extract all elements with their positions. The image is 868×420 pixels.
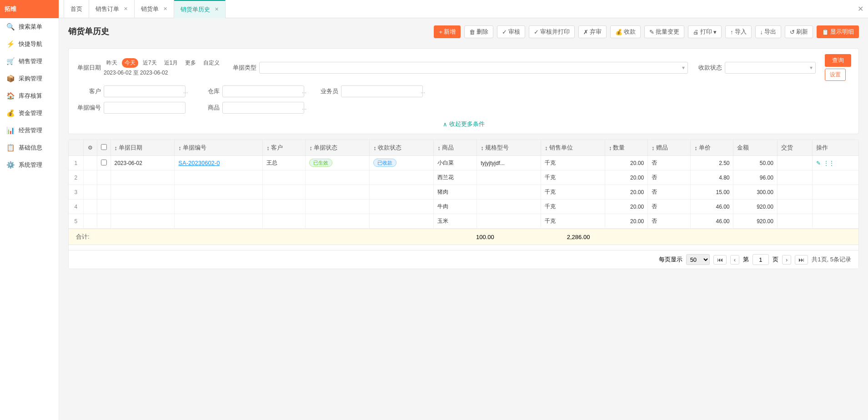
row-checkbox-cell[interactable] bbox=[97, 214, 110, 229]
review-print-button[interactable]: ✓ 审核并打印 bbox=[529, 25, 575, 38]
collect-button[interactable]: 💰 收款 bbox=[610, 25, 641, 38]
query-button[interactable]: 查询 bbox=[825, 54, 851, 67]
col-gear[interactable]: ⚙ bbox=[83, 140, 97, 156]
gift-cell: 否 bbox=[648, 185, 691, 200]
sidebar-item-quick-nav[interactable]: ⚡ 快捷导航 bbox=[0, 35, 59, 53]
col-unit[interactable]: ↕销售单位 bbox=[541, 140, 605, 156]
current-page-input[interactable] bbox=[753, 254, 769, 265]
select-all-checkbox[interactable] bbox=[101, 144, 107, 150]
unit-cell: 千克 bbox=[541, 156, 605, 170]
date-btn-yesterday[interactable]: 昨天 bbox=[104, 58, 120, 68]
query-settings-group: 查询 设置 bbox=[825, 54, 851, 81]
print-icon: 🖨 bbox=[693, 29, 699, 35]
sidebar-item-sales-mgmt[interactable]: 🛒 销售管理 bbox=[0, 53, 59, 70]
warehouse-ellipsis[interactable]: ... bbox=[302, 88, 306, 95]
sidebar-item-search-menu[interactable]: 🔍 搜索菜单 bbox=[0, 18, 59, 35]
sidebar-item-basic-info[interactable]: 📋 基础信息 bbox=[0, 139, 59, 156]
last-page-button[interactable]: ⏭ bbox=[795, 255, 808, 265]
goods-ellipsis[interactable]: ... bbox=[302, 105, 306, 111]
customer-cell bbox=[263, 214, 306, 229]
new-button[interactable]: + 新增 bbox=[434, 25, 461, 38]
col-doc-status[interactable]: ↕单据状态 bbox=[306, 140, 370, 156]
customer-input[interactable] bbox=[107, 88, 183, 95]
page-size-select[interactable]: 50 100 200 bbox=[686, 254, 710, 265]
horizontal-scrollbar[interactable] bbox=[69, 245, 858, 250]
date-btn-1month[interactable]: 近1月 bbox=[161, 58, 181, 68]
tab-bar-close-all[interactable]: ✕ bbox=[858, 5, 863, 13]
date-btn-custom[interactable]: 自定义 bbox=[201, 58, 222, 68]
col-payment-status[interactable]: ↕收款状态 bbox=[370, 140, 434, 156]
col-qty[interactable]: ↕数量 bbox=[605, 140, 647, 156]
settings-button[interactable]: 设置 bbox=[825, 69, 846, 81]
salesman-ellipsis[interactable]: ... bbox=[421, 88, 425, 95]
import-button[interactable]: ↑ 导入 bbox=[725, 25, 752, 38]
doc-no-cell[interactable] bbox=[175, 214, 263, 229]
row-checkbox[interactable] bbox=[101, 160, 107, 165]
sidebar-item-purchase-mgmt[interactable]: 📦 采购管理 bbox=[0, 70, 59, 87]
tab-sales-goods[interactable]: 销货单 ✕ bbox=[135, 0, 174, 18]
abandon-button[interactable]: ✗ 弃审 bbox=[578, 25, 607, 38]
basic-info-icon: 📋 bbox=[6, 144, 15, 152]
date-btn-7days[interactable]: 近7天 bbox=[140, 58, 160, 68]
tab-sales-goods-close[interactable]: ✕ bbox=[163, 6, 167, 12]
transaction-cell bbox=[777, 200, 812, 214]
warehouse-input[interactable] bbox=[226, 88, 302, 95]
payment-status-input[interactable] bbox=[728, 64, 810, 71]
payment-status-cell: 已收款 bbox=[370, 156, 434, 170]
doc-no-cell[interactable]: SA-20230602-0 bbox=[175, 156, 263, 170]
goods-input[interactable] bbox=[226, 105, 302, 111]
col-gift[interactable]: ↕赠品 bbox=[648, 140, 691, 156]
doc-type-input[interactable] bbox=[262, 64, 682, 71]
col-spec[interactable]: ↕规格型号 bbox=[477, 140, 541, 156]
row-checkbox-cell[interactable] bbox=[97, 170, 110, 185]
doc-no-cell[interactable] bbox=[175, 170, 263, 185]
next-page-button[interactable]: › bbox=[782, 255, 791, 265]
delete-button[interactable]: 🗑 删除 bbox=[464, 25, 493, 38]
tab-sales-history-close[interactable]: ✕ bbox=[215, 6, 219, 12]
tab-home[interactable]: 首页 bbox=[64, 0, 89, 18]
date-btn-today[interactable]: 今天 bbox=[122, 58, 138, 68]
col-customer[interactable]: ↕客户 bbox=[263, 140, 306, 156]
page-area: 销货单历史 + 新增 🗑 删除 ✓ 审核 ✓ 审核并打印 bbox=[59, 18, 868, 420]
doc-no-cell[interactable] bbox=[175, 185, 263, 200]
sidebar-item-sys-mgmt[interactable]: ⚙️ 系统管理 bbox=[0, 156, 59, 174]
refresh-button[interactable]: ↺ 刷新 bbox=[785, 25, 813, 38]
edit-action[interactable]: ✎ bbox=[816, 160, 821, 166]
first-page-button[interactable]: ⏮ bbox=[713, 255, 727, 265]
sidebar-item-finance-mgmt[interactable]: 💰 资金管理 bbox=[0, 105, 59, 122]
docno-input[interactable] bbox=[104, 102, 186, 114]
col-doc-date[interactable]: ↕单据日期 bbox=[110, 140, 175, 156]
tab-sales-history[interactable]: 销货单历史 ✕ bbox=[174, 0, 226, 18]
customer-ellipsis[interactable]: ... bbox=[183, 88, 188, 95]
batch-change-button[interactable]: ✎ 批量变更 bbox=[644, 25, 684, 38]
doc-no-cell[interactable] bbox=[175, 200, 263, 214]
prev-page-button[interactable]: ‹ bbox=[730, 255, 739, 265]
show-detail-button[interactable]: 📋 显示明细 bbox=[817, 25, 859, 38]
sidebar-item-inventory[interactable]: 🏠 库存核算 bbox=[0, 87, 59, 105]
doc-no-link[interactable]: SA-20230602-0 bbox=[178, 160, 220, 166]
collapse-button[interactable]: ∧ 收起更多条件 bbox=[76, 118, 851, 128]
table-row: 2 西兰花 千克 20.00 否 4.80 96.00 bbox=[69, 170, 858, 185]
row-checkbox-cell[interactable] bbox=[97, 200, 110, 214]
tab-sales-order[interactable]: 销售订单 ✕ bbox=[89, 0, 135, 18]
import-icon: ↑ bbox=[730, 29, 733, 35]
print-button[interactable]: 🖨 打印 ▾ bbox=[688, 25, 722, 38]
more-action[interactable]: ⋮⋮ bbox=[823, 160, 834, 166]
gift-cell: 否 bbox=[648, 156, 691, 170]
date-btn-more[interactable]: 更多 bbox=[182, 58, 199, 68]
col-unit-price[interactable]: ↕单价 bbox=[691, 140, 733, 156]
quick-nav-icon: ⚡ bbox=[6, 40, 15, 48]
search-menu-icon: 🔍 bbox=[6, 23, 15, 31]
review-button[interactable]: ✓ 审核 bbox=[497, 25, 525, 38]
sidebar-label-quick-nav: 快捷导航 bbox=[19, 40, 42, 48]
salesman-input[interactable] bbox=[344, 88, 421, 95]
col-doc-no[interactable]: ↕单据编号 bbox=[175, 140, 263, 156]
export-button[interactable]: ↓ 导出 bbox=[755, 25, 782, 38]
row-checkbox-cell[interactable] bbox=[97, 185, 110, 200]
sidebar-item-ops-mgmt[interactable]: 📊 经营管理 bbox=[0, 122, 59, 139]
tab-sales-order-close[interactable]: ✕ bbox=[124, 6, 128, 12]
sales-mgmt-icon: 🛒 bbox=[6, 57, 15, 65]
col-goods[interactable]: ↕商品 bbox=[434, 140, 477, 156]
filter-payment-status-item: 收款状态 ▾ bbox=[697, 62, 816, 74]
row-checkbox-cell[interactable] bbox=[97, 156, 110, 170]
